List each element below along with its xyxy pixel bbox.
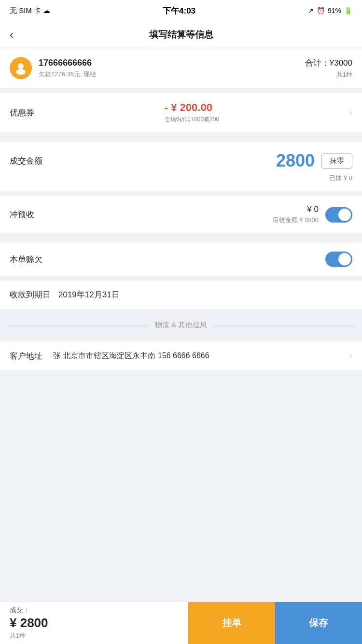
logistics-section-title: 物流 & 其他信息 xyxy=(155,321,207,330)
deposit-sub: 应收金额 ¥ 2800 xyxy=(273,216,319,224)
bottom-count: 共1种 xyxy=(10,631,179,640)
page-title: 填写结算等信息 xyxy=(149,28,213,41)
bottom-deal-label: 成交： xyxy=(10,606,179,615)
duedate-label: 收款到期日 xyxy=(10,289,51,300)
deposit-label: 冲预收 xyxy=(10,209,34,220)
already-rounded-text: 已抹 ¥ 0 xyxy=(10,174,352,182)
customer-phone: 17666666666 xyxy=(39,58,96,68)
coupon-label: 优惠券 xyxy=(10,107,34,118)
deal-right: 2800 抹零 xyxy=(276,151,352,171)
deposit-toggle[interactable] xyxy=(325,207,352,223)
deal-section: 成交金额 2800 抹零 已抹 ¥ 0 xyxy=(0,142,362,191)
deal-amount: 2800 xyxy=(276,151,315,171)
deposit-row: 冲预收 ¥ 0 应收金额 ¥ 2800 xyxy=(10,205,352,224)
main-content: 17666666666 欠款1276.35元, 现结 合计：¥3000 共1种 … xyxy=(0,48,362,515)
divider-line-right xyxy=(214,325,355,325)
status-left: 无 SIM 卡 ☁ xyxy=(10,6,50,15)
divider-line-left xyxy=(7,325,148,325)
customer-left: 17666666666 欠款1276.35元, 现结 xyxy=(10,57,96,79)
location-icon: ↗ xyxy=(308,7,314,14)
nav-bar: ‹ 填写结算等信息 xyxy=(0,21,362,48)
customer-info: 17666666666 欠款1276.35元, 现结 xyxy=(39,58,96,79)
address-content: 张 北京市市辖区海淀区永丰南 156 6666 6666 xyxy=(53,350,345,362)
customer-count: 共1种 xyxy=(305,70,352,79)
deal-label: 成交金额 xyxy=(10,155,42,167)
battery-icon: 🔋 xyxy=(344,7,352,14)
debt-section: 本单赊欠 xyxy=(0,243,362,276)
deposit-amount-group: ¥ 0 应收金额 ¥ 2800 xyxy=(273,205,319,224)
svg-point-0 xyxy=(18,63,24,69)
save-button[interactable]: 保存 xyxy=(275,602,362,644)
separator-2 xyxy=(0,238,362,243)
bottom-bar: 成交： ¥ 2800 共1种 挂单 保存 xyxy=(0,602,362,644)
coupon-desc: 全场6折满1000减200 xyxy=(165,115,219,124)
deposit-right: ¥ 0 应收金额 ¥ 2800 xyxy=(273,205,352,224)
status-time: 下午4:03 xyxy=(163,5,195,16)
duedate-value: 2019年12月31日 xyxy=(58,289,120,300)
customer-right: 合计：¥3000 共1种 xyxy=(305,57,352,79)
customer-debt: 欠款1276.35元, 现结 xyxy=(39,70,96,79)
logistics-divider: 物流 & 其他信息 xyxy=(0,314,362,336)
status-bar: 无 SIM 卡 ☁ 下午4:03 ↗ ⏰ 91% 🔋 xyxy=(0,0,362,21)
status-right: ↗ ⏰ 91% 🔋 xyxy=(308,7,352,14)
deposit-amount: ¥ 0 xyxy=(273,205,319,214)
alarm-icon: ⏰ xyxy=(317,7,325,14)
customer-total: 合计：¥3000 xyxy=(305,57,352,69)
coupon-row[interactable]: 优惠券 - ¥ 200.00 全场6折满1000减200 › xyxy=(0,93,362,132)
coupon-amount: - ¥ 200.00 xyxy=(165,101,219,114)
round-zero-button[interactable]: 抹零 xyxy=(321,153,352,169)
duedate-row: 收款到期日 2019年12月31日 xyxy=(10,289,352,300)
address-section[interactable]: 客户地址 张 北京市市辖区海淀区永丰南 156 6666 6666 › xyxy=(0,341,362,370)
duedate-section: 收款到期日 2019年12月31日 xyxy=(0,280,362,309)
customer-card: 17666666666 欠款1276.35元, 现结 合计：¥3000 共1种 xyxy=(0,48,362,88)
deal-row: 成交金额 2800 抹零 xyxy=(10,151,352,171)
address-chevron-icon: › xyxy=(349,351,352,361)
hold-order-button[interactable]: 挂单 xyxy=(188,602,275,644)
separator-1 xyxy=(0,137,362,142)
address-label: 客户地址 xyxy=(10,350,48,362)
back-button[interactable]: ‹ xyxy=(10,28,14,42)
debt-label: 本单赊欠 xyxy=(10,254,42,265)
bottom-amount: ¥ 2800 xyxy=(10,616,179,630)
coupon-right: - ¥ 200.00 全场6折满1000减200 xyxy=(165,101,219,124)
avatar xyxy=(10,57,32,79)
debt-toggle[interactable] xyxy=(325,252,352,267)
coupon-chevron-icon: › xyxy=(349,108,352,118)
bottom-summary: 成交： ¥ 2800 共1种 xyxy=(0,606,188,640)
gray-area xyxy=(0,375,362,472)
battery-text: 91% xyxy=(328,7,341,14)
svg-point-1 xyxy=(16,69,26,75)
no-sim-text: 无 SIM 卡 ☁ xyxy=(10,6,50,15)
deposit-section: 冲预收 ¥ 0 应收金额 ¥ 2800 xyxy=(0,196,362,233)
